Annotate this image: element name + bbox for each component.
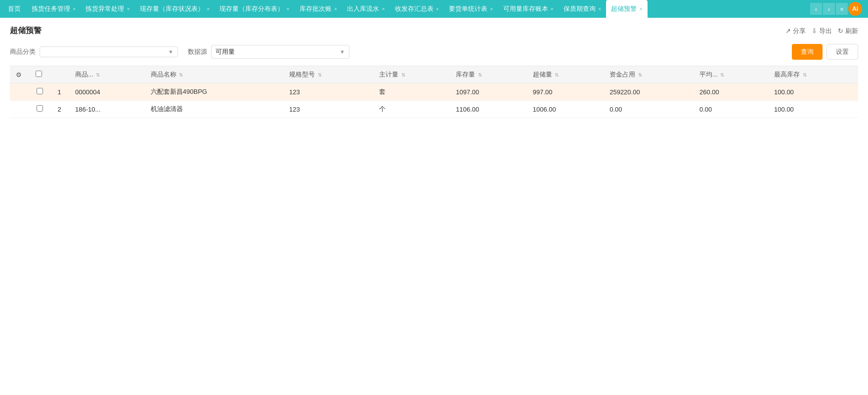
category-arrow-icon: ▼: [168, 49, 174, 55]
row-max-stock-0: 100.00: [768, 83, 858, 101]
nav-tab-inout-flow[interactable]: 出入库流水×: [342, 0, 390, 18]
nav-tab-task-mgmt[interactable]: 拣货任务管理×: [27, 0, 81, 18]
table-body: 1 0000004 六配套新昌490BPG 123 套 1097.00 997.…: [10, 83, 858, 118]
nav-tab-avail-account[interactable]: 可用量库存账本×: [498, 0, 559, 18]
user-area: Ai: [848, 2, 866, 16]
tab-label: 拣货异常处理: [86, 4, 124, 13]
page-actions: ↗ 分享 ⇩ 导出 ↻ 刷新: [785, 27, 858, 36]
nav-tab-abnormal[interactable]: 拣货异常处理×: [81, 0, 134, 18]
tab-close-inout-flow[interactable]: ×: [382, 6, 385, 12]
row-unit-1: 个: [373, 101, 450, 118]
query-button[interactable]: 查询: [792, 44, 823, 60]
tab-label: 超储预警: [611, 4, 637, 13]
col-capital[interactable]: 资金占用 ⇅: [604, 66, 694, 83]
row-max-stock-1: 100.00: [768, 101, 858, 118]
col-spec[interactable]: 规格型号 ⇅: [283, 66, 373, 83]
tab-close-inventory-status[interactable]: ×: [207, 6, 210, 12]
row-overstock-1: 1006.00: [527, 101, 604, 118]
category-select[interactable]: ▼: [40, 46, 178, 57]
col-stock[interactable]: 库存量 ⇅: [450, 66, 526, 83]
col-product-name[interactable]: 商品名称 ⇅: [145, 66, 283, 83]
tab-label: 要货单统计表: [449, 4, 487, 13]
row-spec-1: 123: [283, 101, 373, 118]
refresh-icon: ↻: [838, 27, 843, 35]
tab-label: 拣货任务管理: [32, 4, 70, 13]
tab-label: 现存量（库存状况表）: [140, 4, 204, 13]
row-spec-0: 123: [283, 83, 373, 101]
refresh-label: 刷新: [845, 27, 858, 36]
row-product-code-0: 0000004: [69, 83, 145, 101]
row-checkbox-cell-1[interactable]: [30, 101, 49, 118]
nav-tab-inventory-status[interactable]: 现存量（库存状况表）×: [135, 0, 215, 18]
datasource-arrow-icon: ▼: [340, 49, 345, 55]
datasource-label: 数据源: [188, 47, 207, 56]
nav-arrow-close[interactable]: ×: [836, 3, 848, 15]
nav-tab-batch[interactable]: 库存批次账×: [295, 0, 342, 18]
set-button[interactable]: 设置: [826, 44, 858, 60]
nav-arrow-right[interactable]: ›: [823, 3, 835, 15]
col-unit[interactable]: 主计量 ⇅: [373, 66, 450, 83]
export-icon: ⇩: [812, 27, 817, 35]
row-num-1: 2: [49, 101, 69, 118]
row-checkbox-1[interactable]: [37, 105, 43, 112]
category-filter: 商品分类 ▼: [10, 46, 178, 57]
nav-arrow-left[interactable]: ‹: [810, 3, 822, 15]
row-overstock-0: 997.00: [527, 83, 604, 101]
tab-label: 出入库流水: [347, 4, 379, 13]
page-title: 超储预警: [10, 26, 42, 36]
tab-close-order-stat[interactable]: ×: [490, 6, 493, 12]
row-checkbox-cell-0[interactable]: [30, 83, 49, 101]
sort-icon-avg: ⇅: [720, 72, 724, 78]
row-gear-1: [10, 101, 30, 118]
col-max-stock[interactable]: 最高库存 ⇅: [768, 66, 858, 83]
col-gear[interactable]: ⚙: [10, 66, 30, 83]
col-product-code[interactable]: 商品... ⇅: [69, 66, 145, 83]
refresh-action[interactable]: ↻ 刷新: [838, 27, 858, 36]
share-label: 分享: [793, 27, 806, 36]
tab-close-collect-total[interactable]: ×: [436, 6, 439, 12]
tab-label: 现存量（库存分布表）: [219, 4, 284, 13]
page-content: 超储预警 ↗ 分享 ⇩ 导出 ↻ 刷新 商品分类 ▼ 数据源: [0, 18, 868, 126]
col-avg-label: 平均...: [699, 71, 718, 78]
tab-close-quality-check[interactable]: ×: [598, 6, 601, 12]
col-max-stock-label: 最高库存: [774, 71, 800, 78]
tab-close-abnormal[interactable]: ×: [127, 6, 130, 12]
sort-icon-spec: ⇅: [318, 72, 322, 78]
row-stock-0: 1097.00: [450, 83, 526, 101]
row-unit-0: 套: [373, 83, 450, 101]
share-action[interactable]: ↗ 分享: [785, 27, 806, 36]
tab-label: 库存批次账: [300, 4, 332, 13]
row-capital-0: 259220.00: [604, 83, 694, 101]
avatar[interactable]: Ai: [848, 2, 862, 16]
nav-tab-quality-check[interactable]: 保质期查询×: [559, 0, 606, 18]
nav-tab-collect-total[interactable]: 收发存汇总表×: [390, 0, 444, 18]
col-capital-label: 资金占用: [609, 71, 635, 78]
tab-close-inventory-dist[interactable]: ×: [286, 6, 289, 12]
tab-label: 保质期查询: [564, 4, 596, 13]
data-table: ⚙ 商品... ⇅ 商品名称 ⇅ 规格型号 ⇅: [10, 66, 858, 118]
col-checkbox[interactable]: [30, 66, 49, 83]
sort-icon-unit: ⇅: [401, 72, 405, 78]
nav-tab-overstock-warning[interactable]: 超储预警×: [606, 0, 647, 18]
col-spec-label: 规格型号: [289, 71, 315, 78]
category-label: 商品分类: [10, 47, 36, 56]
tab-close-avail-account[interactable]: ×: [551, 6, 554, 12]
table-header: ⚙ 商品... ⇅ 商品名称 ⇅ 规格型号 ⇅: [10, 66, 858, 83]
tab-close-batch[interactable]: ×: [334, 6, 337, 12]
page-header: 超储预警 ↗ 分享 ⇩ 导出 ↻ 刷新: [10, 26, 858, 36]
share-icon: ↗: [785, 27, 791, 35]
tab-close-task-mgmt[interactable]: ×: [73, 6, 76, 12]
sort-icon-capital: ⇅: [638, 72, 642, 78]
col-overstock[interactable]: 超储量 ⇅: [527, 66, 604, 83]
nav-tab-order-stat[interactable]: 要货单统计表×: [444, 0, 498, 18]
col-avg[interactable]: 平均... ⇅: [694, 66, 768, 83]
select-all-checkbox[interactable]: [36, 71, 42, 77]
table-row: 1 0000004 六配套新昌490BPG 123 套 1097.00 997.…: [10, 83, 858, 101]
datasource-select[interactable]: 可用量 ▼: [211, 45, 349, 59]
export-action[interactable]: ⇩ 导出: [812, 27, 832, 36]
row-checkbox-0[interactable]: [37, 88, 43, 94]
nav-tab-inventory-dist[interactable]: 现存量（库存分布表）×: [215, 0, 294, 18]
nav-home[interactable]: 首页: [2, 0, 27, 18]
tab-close-overstock-warning[interactable]: ×: [639, 6, 642, 12]
row-product-name-1: 机油滤清器: [145, 101, 283, 118]
